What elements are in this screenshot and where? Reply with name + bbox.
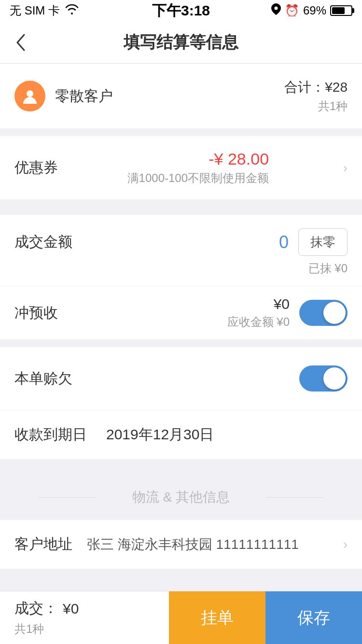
customer-total: 合计：¥28	[284, 78, 348, 97]
customer-row: 零散客户 合计：¥28 共1种	[0, 64, 362, 128]
bottom-info: 成交： ¥0 共1种	[0, 591, 169, 644]
coupon-section: 优惠券 -¥ 28.00 满1000-100不限制使用金额 ›	[0, 136, 362, 199]
address-row[interactable]: 客户地址 张三 海淀永丰科技园 11111111111 ›	[0, 520, 362, 569]
address-section: 客户地址 张三 海淀永丰科技园 11111111111 ›	[0, 520, 362, 569]
status-bar: 无 SIM 卡 下午3:18 ⏰ 69%	[0, 0, 362, 21]
carrier-text: 无 SIM 卡	[10, 3, 60, 18]
due-label: 收款到期日	[14, 425, 87, 445]
battery-icon	[330, 5, 352, 16]
logistics-title: 物流 & 其他信息	[132, 490, 230, 504]
advance-values: ¥0 应收金额 ¥0	[227, 296, 290, 330]
page-title: 填写结算等信息	[124, 31, 238, 54]
advance-right: ¥0 应收金额 ¥0	[227, 296, 348, 330]
bottom-count: 共1种	[14, 621, 154, 637]
advance-toggle[interactable]	[299, 300, 348, 326]
deal-sub: 已抹 ¥0	[0, 261, 362, 286]
advance-sub: 应收金额 ¥0	[227, 314, 290, 330]
customer-section: 零散客户 合计：¥28 共1种	[0, 64, 362, 128]
save-button[interactable]: 保存	[265, 591, 362, 644]
customer-count: 共1种	[284, 98, 348, 114]
divider-2	[0, 339, 362, 347]
svg-point-0	[27, 90, 33, 97]
address-chevron-icon: ›	[343, 537, 348, 552]
coupon-label: 优惠券	[14, 158, 58, 178]
advance-row: 冲预收 ¥0 应收金额 ¥0	[0, 286, 362, 339]
deal-right: 0 抹零	[279, 228, 348, 256]
coupon-right: -¥ 28.00 满1000-100不限制使用金额	[127, 150, 269, 186]
customer-avatar	[14, 81, 45, 112]
divider-3	[0, 467, 362, 475]
advance-label: 冲预收	[14, 303, 58, 323]
coupon-amount: -¥ 28.00	[127, 150, 269, 168]
battery-text: 69%	[303, 4, 326, 17]
address-value: 张三 海淀永丰科技园 11111111111	[87, 535, 338, 554]
chevron-right-icon: ›	[343, 160, 348, 176]
hang-button[interactable]: 挂单	[169, 591, 265, 644]
customer-total-area: 合计：¥28 共1种	[284, 78, 348, 114]
location-icon	[271, 3, 281, 18]
status-bar-left: 无 SIM 卡	[10, 3, 79, 18]
back-button[interactable]	[14, 33, 26, 52]
bottom-deal-label: 成交：	[14, 599, 58, 618]
credit-row: 本单赊欠	[0, 347, 362, 410]
coupon-desc: 满1000-100不限制使用金额	[127, 170, 269, 186]
logistics-header: 物流 & 其他信息	[0, 475, 362, 520]
deal-label: 成交金额	[14, 232, 72, 252]
credit-toggle-knob	[323, 367, 346, 390]
deal-value: 0	[279, 232, 289, 252]
content: 零散客户 合计：¥28 共1种 优惠券 -¥ 28.00 满1000-100不限…	[0, 64, 362, 634]
divider-1	[0, 207, 362, 215]
round-button[interactable]: 抹零	[298, 228, 348, 256]
deal-amount-row: 成交金额 0 抹零	[0, 215, 362, 261]
coupon-row[interactable]: 优惠券 -¥ 28.00 满1000-100不限制使用金额 ›	[0, 136, 362, 199]
credit-toggle[interactable]	[299, 365, 348, 392]
status-bar-right: ⏰ 69%	[271, 3, 352, 18]
deal-section: 成交金额 0 抹零 已抹 ¥0 冲预收 ¥0 应收金额 ¥0	[0, 215, 362, 339]
bottom-deal: 成交： ¥0	[14, 599, 154, 618]
address-label: 客户地址	[14, 534, 72, 554]
credit-section: 本单赊欠 收款到期日 2019年12月30日	[0, 347, 362, 459]
credit-label: 本单赊欠	[14, 369, 72, 389]
due-value: 2019年12月30日	[106, 425, 214, 445]
advance-amount: ¥0	[227, 296, 290, 312]
status-bar-time: 下午3:18	[152, 1, 210, 21]
due-date-row: 收款到期日 2019年12月30日	[0, 410, 362, 459]
alarm-icon: ⏰	[285, 4, 299, 17]
customer-info: 零散客户	[14, 81, 113, 112]
toggle-knob	[323, 302, 346, 324]
customer-name: 零散客户	[55, 86, 113, 106]
bottom-deal-value: ¥0	[63, 601, 79, 617]
wifi-icon	[65, 4, 79, 17]
bottom-bar: 成交： ¥0 共1种 挂单 保存	[0, 591, 362, 644]
nav-bar: 填写结算等信息	[0, 21, 362, 64]
